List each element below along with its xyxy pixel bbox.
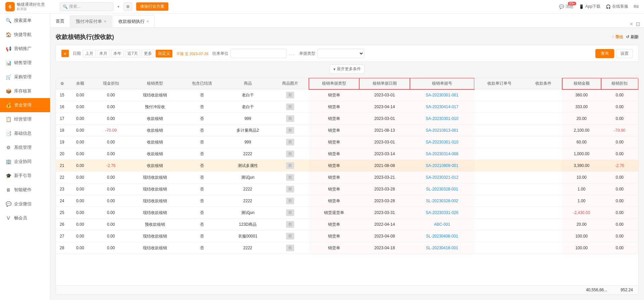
cell-include-settled: 否 (180, 136, 224, 148)
cell-writeoff-doc-no[interactable]: SA-20230301-001 (410, 89, 474, 101)
cell-rownum: 27 (56, 230, 68, 242)
top-search-bar[interactable]: 🔍 搜索... (60, 2, 113, 11)
settings-icon[interactable]: ⚙ (123, 2, 132, 11)
cell-writeoff-doc-no[interactable]: SA-20230314-008 (410, 148, 474, 160)
cell-writeoff-doc-type: 销货单 (309, 89, 360, 101)
cell-goods-image: 图 (272, 136, 309, 148)
page-title-row: 收款核销执行(按收款) ↑ 导出 ↺ 刷新 (56, 33, 639, 41)
th-writeoff-discount: 核销折扣 (601, 78, 638, 89)
table-row: 24 0.00 0.00 现结收款核销 否 2222 图 销货单 2023-03… (56, 195, 638, 207)
cell-writeoff-doc-type: 销货单 (309, 113, 360, 125)
page-title-actions: ↑ 导出 ↺ 刷新 (612, 34, 639, 40)
cell-balance: 0.00 (68, 89, 92, 101)
cell-writeoff-doc-no[interactable]: SA-20230321-012 (410, 172, 474, 183)
date-btn-custom[interactable]: 自定义 (156, 50, 172, 57)
sidebar-item-wechat[interactable]: 💬 企业微信 (0, 197, 50, 211)
app-download-item[interactable]: 📱 App下载 (579, 4, 600, 9)
table-header-row: ⚙ 余额 现金折扣 核销类型 包含已结清 商品 商品图片 核销单据类型 核销单据… (56, 78, 638, 89)
table-body: 15 0.00 0.00 现结收款核销 否 老白干 图 销货单 2023-03-… (56, 89, 638, 254)
cell-receipt-condition (525, 183, 562, 195)
operations-icon: 📋 (5, 117, 11, 122)
cell-writeoff-type: 现结收款核销 (129, 230, 180, 242)
cell-writeoff-doc-no[interactable]: SA-20210813-001 (410, 125, 474, 136)
inventory-icon: 📦 (5, 88, 11, 94)
date-btn-7days[interactable]: 近7天 (125, 50, 140, 57)
close-window-icon[interactable]: × (630, 21, 633, 27)
sidebar-item-hardware[interactable]: 🖥 智能硬件 (0, 183, 50, 197)
sidebar-item-purchase[interactable]: 🛒 采购管理 (0, 70, 50, 84)
cell-writeoff-doc-no[interactable]: ABC-001 (410, 219, 474, 230)
sidebar-item-guide[interactable]: 🎓 新手引导 (0, 169, 50, 183)
tab-current[interactable]: 收款核销执行 × (113, 15, 155, 27)
message-icon-item[interactable]: 💬 消息 99+ (559, 4, 574, 9)
cell-writeoff-doc-no[interactable]: SL-20230408-001 (410, 230, 474, 242)
refresh-icon: ↺ (626, 35, 629, 39)
cell-writeoff-doc-no[interactable]: SL-20230328-001 (410, 183, 474, 195)
filter-expand-button[interactable]: » (61, 50, 69, 57)
sidebar-item-member[interactable]: V 畅会员 (0, 211, 50, 225)
username-item[interactable]: Rit (634, 4, 639, 9)
cell-cash-discount: 0.00 (92, 207, 129, 219)
date-btn-this-year[interactable]: 本年 (111, 50, 124, 57)
cell-writeoff-doc-no[interactable]: SA-20230301-010 (410, 113, 474, 125)
sidebar-item-sales[interactable]: 📊 销售管理 (0, 56, 50, 70)
cell-writeoff-doc-no[interactable]: SL-20230418-001 (410, 242, 474, 254)
marketing-icon: 📢 (5, 46, 11, 51)
tab-home[interactable]: 首页 (50, 15, 70, 27)
sidebar-item-marketing[interactable]: 📢 营销推广 (0, 42, 50, 56)
cell-writeoff-amount: 20.00 (562, 113, 601, 125)
cell-writeoff-doc-no[interactable]: SA-20230414-017 (410, 101, 474, 113)
sidebar-item-inventory[interactable]: 📦 库存核算 (0, 84, 50, 98)
th-receipt-condition: 收款条件 (525, 78, 562, 89)
cell-include-settled: 否 (180, 101, 224, 113)
sidebar-item-enterprise[interactable]: 🏢 企业协同 (0, 155, 50, 169)
cell-receipt-order-no (474, 183, 525, 195)
trial-button[interactable]: 体验行业方案 (136, 2, 168, 11)
cell-writeoff-doc-no[interactable]: SA-20210808-001 (410, 160, 474, 172)
filter-partner-input[interactable] (230, 49, 287, 58)
cell-receipt-condition (525, 207, 562, 219)
username-label: Rit (634, 4, 639, 9)
cell-writeoff-doc-no[interactable]: SA-20230301-010 (410, 136, 474, 148)
cell-goods: 多计量商品2 (224, 125, 272, 136)
cell-writeoff-doc-no[interactable]: SL-20230328-002 (410, 195, 474, 207)
home-icon: 🏠 (5, 32, 11, 37)
column-settings-button[interactable]: 设置 (616, 49, 633, 58)
cell-writeoff-doc-date: 2023-03-14 (359, 148, 410, 160)
filter-bar: » 日期 上月 本月 本年 近7天 更多 自定义 不限 至 2 (56, 45, 639, 62)
sidebar-item-basic-info[interactable]: 📑 基础信息 (0, 126, 50, 140)
expand-chevron-icon: ▾ (333, 67, 335, 72)
filter-partner-item: 往来单位 ... (212, 49, 295, 58)
cell-receipt-condition (525, 136, 562, 148)
search-chevron-icon[interactable]: ▾ (117, 4, 119, 9)
table-container[interactable]: ⚙ 余额 现金折扣 核销类型 包含已结清 商品 商品图片 核销单据类型 核销单据… (56, 78, 638, 285)
maximize-window-icon[interactable]: ⊡ (636, 21, 640, 27)
th-writeoff-doc-type: 核销单据类型 (309, 78, 360, 89)
export-button[interactable]: ↑ 导出 (612, 34, 623, 40)
cell-receipt-order-no (474, 160, 525, 172)
cell-writeoff-doc-type: 销货单 (309, 148, 360, 160)
refresh-button[interactable]: ↺ 刷新 (626, 34, 639, 40)
expand-conditions-button[interactable]: ▾ 展开更多条件 (330, 65, 365, 74)
sidebar-item-operations[interactable]: 📋 经营管理 (0, 112, 50, 126)
tab-current-close[interactable]: × (147, 19, 149, 24)
tab-prepay-close[interactable]: × (104, 19, 106, 24)
cell-writeoff-discount: 0.00 (601, 89, 638, 101)
tab-prepay[interactable]: 预付冲应付单 × (70, 15, 112, 27)
online-service-item[interactable]: 🎧 在线客服 (606, 4, 628, 9)
cell-writeoff-doc-no[interactable]: SA-20230331-026 (410, 207, 474, 219)
date-btn-more[interactable]: 更多 (142, 50, 154, 57)
date-btn-last-month[interactable]: 上月 (83, 50, 96, 57)
date-btn-this-month[interactable]: 本月 (97, 50, 110, 57)
sidebar-item-search[interactable]: 🔍 搜索菜单 (0, 13, 50, 28)
query-button[interactable]: 查询 (595, 49, 614, 58)
sidebar-item-system[interactable]: ⚙ 系统管理 (0, 140, 50, 155)
cell-writeoff-doc-type: 销货单 (309, 230, 360, 242)
sidebar-item-navigation[interactable]: 🏠 快捷导航 (0, 28, 50, 42)
filter-doctype-select[interactable] (317, 49, 364, 58)
filter-partner-label: 往来单位 (212, 51, 228, 56)
cell-goods-image: 图 (272, 207, 309, 219)
tab-bar: 首页 预付冲应付单 × 收款核销执行 × × ⊡ (50, 13, 644, 28)
sidebar-item-finance[interactable]: 💰 资金管理 (0, 98, 50, 112)
partner-dots[interactable]: ... (289, 50, 295, 56)
